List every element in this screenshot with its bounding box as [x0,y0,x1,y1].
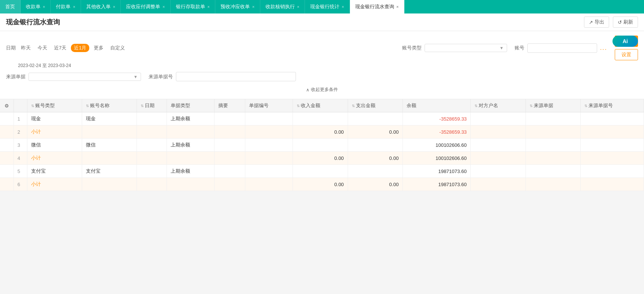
td-settings [0,178,14,191]
table-container: ⚙ ⇅账号类型 ⇅账号名称 ⇅日期 单据类型 摘要 单据编号 ⇅收入金额 ⇅支出… [0,99,644,191]
close-icon[interactable]: × [207,4,210,9]
account-input[interactable] [527,43,597,53]
td-expense: 0.00 [348,152,402,165]
td-counterpart [471,112,525,125]
nav-tab-现金银行流水查询[interactable]: 现金银行流水查询× [350,0,404,13]
header-actions: ↗ 导出 ↺ 刷新 [584,16,638,28]
close-icon[interactable]: × [43,4,45,9]
td-source-doc [525,178,580,191]
td-index: 2 [14,125,27,139]
close-icon[interactable]: × [297,4,299,9]
date-shortcut-近7天[interactable]: 近7天 [52,44,69,52]
nav-tab-收款单[interactable]: 收款单× [21,0,51,13]
date-shortcut-自定义[interactable]: 自定义 [108,44,127,52]
nav-tab-现金银行统计[interactable]: 现金银行统计× [305,0,350,13]
col-expense[interactable]: ⇅支出金额 [348,99,402,112]
refresh-button[interactable]: ↺ 刷新 [613,16,638,28]
td-account-type: 小计 [27,152,82,165]
export-button[interactable]: ↗ 导出 [584,16,609,28]
settings-button[interactable]: 设置 [615,49,638,60]
nav-bar: 首页 收款单×付款单×其他收入单×应收应付调整单×银行存取款单×预收冲应收单×收… [0,0,644,13]
td-date [137,165,167,178]
nav-home-label: 首页 [5,3,15,10]
close-icon[interactable]: × [73,4,75,9]
date-shortcut-昨天[interactable]: 昨天 [19,44,33,52]
td-account-name [82,178,137,191]
nav-home[interactable]: 首页 [0,0,21,13]
td-account-type: 支付宝 [27,165,82,178]
date-shortcut-今天[interactable]: 今天 [35,44,50,52]
table-row[interactable]: 6 小计 0.00 0.00 19871073.60 [0,178,644,191]
nav-tab-银行存取款单[interactable]: 银行存取款单× [171,0,215,13]
nav-tab-收款核销执行[interactable]: 收款核销执行× [260,0,305,13]
col-settings[interactable]: ⚙ [0,99,14,112]
td-balance: 19871073.60 [402,178,470,191]
td-index: 6 [14,178,27,191]
table-row[interactable]: 1 现金 现金 上期余额 -3528659.33 [0,112,644,125]
td-settings [0,125,14,139]
nav-tab-付款单[interactable]: 付款单× [51,0,81,13]
td-account-name: 支付宝 [82,165,137,178]
td-date [137,139,167,152]
td-settings [0,112,14,125]
td-source-doc [525,152,580,165]
source-doc-select[interactable]: ▼ [29,73,141,81]
td-income: 0.00 [293,152,348,165]
td-source-doc [525,165,580,178]
close-icon[interactable]: × [396,4,399,9]
date-shortcut-近1月[interactable]: 近1月 [71,44,89,52]
col-account-name[interactable]: ⇅账号名称 [82,99,137,112]
source-doc-num-label: 来源单据号 [149,73,173,80]
td-date [137,178,167,191]
close-icon[interactable]: × [113,4,115,9]
page-title: 现金银行流水查询 [6,18,60,27]
nav-tab-label: 收款核销执行 [266,3,295,10]
export-label: 导出 [594,19,604,25]
table-row[interactable]: 2 小计 0.00 0.00 -3528659.33 [0,125,644,139]
collapse-up-icon: ∧ [306,87,309,93]
td-balance: 19871073.60 [402,165,470,178]
col-date[interactable]: ⇅日期 [137,99,167,112]
nav-tab-label: 预收冲应收单 [221,3,250,10]
td-date [137,152,167,165]
col-counterpart[interactable]: ⇅对方户名 [471,99,525,112]
td-account-type: 微信 [27,139,82,152]
filter-row-2: 来源单据 ▼ 来源单据号 [6,72,638,81]
date-label: 日期 [6,45,16,51]
col-account-type[interactable]: ⇅账号类型 [27,99,82,112]
col-income[interactable]: ⇅收入金额 [293,99,348,112]
nav-tab-其他收入单[interactable]: 其他收入单× [81,0,121,13]
td-summary [215,152,245,165]
nav-tab-label: 现金银行流水查询 [355,3,394,10]
td-summary [215,125,245,139]
dots-button[interactable]: ... [600,45,607,51]
collapse-bar[interactable]: ∧ 收起更多条件 [6,85,638,94]
col-source-doc[interactable]: ⇅来源单据 [525,99,580,112]
source-doc-num-input[interactable] [176,72,296,81]
td-summary [215,112,245,125]
date-shortcut-更多[interactable]: 更多 [92,44,106,52]
td-expense: 0.00 [348,178,402,191]
td-settings [0,139,14,152]
ai-badge[interactable]: Ai [612,36,638,47]
td-doc-num [245,125,293,139]
td-account-name [82,125,137,139]
close-icon[interactable]: × [162,4,165,9]
table-row[interactable]: 5 支付宝 支付宝 上期余额 19871073.60 [0,165,644,178]
nav-tab-应收应付调整单[interactable]: 应收应付调整单× [121,0,170,13]
date-shortcuts: 昨天今天近7天近1月更多自定义 [19,44,127,52]
close-icon[interactable]: × [252,4,254,9]
table-row[interactable]: 3 微信 微信 上期余额 100102606.60 [0,139,644,152]
table-row[interactable]: 4 小计 0.00 0.00 100102606.60 [0,152,644,165]
td-account-type: 小计 [27,125,82,139]
nav-tab-label: 其他收入单 [86,3,111,10]
col-source-doc-num[interactable]: ⇅来源单据号 [580,99,644,112]
td-account-type: 小计 [27,178,82,191]
td-balance: 100102606.60 [402,152,470,165]
refresh-label: 刷新 [623,19,633,25]
td-summary [215,178,245,191]
close-icon[interactable]: × [342,4,344,9]
account-type-select[interactable]: ▼ [425,44,507,52]
source-doc-label: 来源单据 [6,73,26,80]
nav-tab-预收冲应收单[interactable]: 预收冲应收单× [215,0,260,13]
